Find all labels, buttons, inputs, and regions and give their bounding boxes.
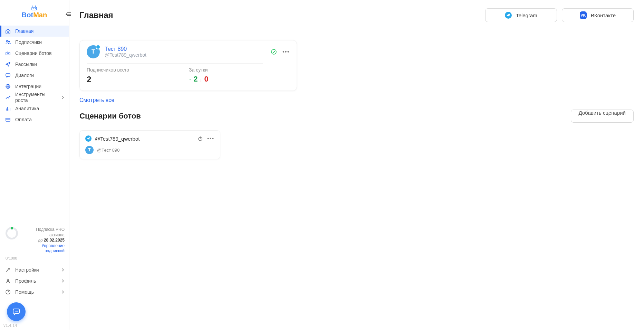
subscription-text: Подписка PRO активна до 28.02.2025 Управ… (21, 227, 65, 254)
status-ok-icon (271, 49, 277, 55)
nav-profile[interactable]: Профиль (0, 275, 69, 286)
scenarios-header-row: Сценарии ботов Добавить сценарий (79, 110, 634, 123)
manage-subscription-link[interactable]: Управление подпиской (21, 243, 65, 254)
chevron-right-icon (61, 268, 65, 272)
nav-label: Сценарии ботов (15, 50, 65, 56)
svg-point-11 (8, 41, 10, 42)
users-icon (5, 39, 11, 45)
more-menu-button[interactable]: ••• (207, 136, 214, 141)
telegram-icon (505, 12, 512, 19)
stat-total: Подписчиков всего 2 (87, 67, 189, 84)
delta-down: ↓ 0 (200, 75, 208, 84)
bot-handle: @Test789_qwerbot (105, 52, 266, 58)
version-label: v1.4.14 (0, 323, 69, 330)
nav-label: Главная (15, 28, 65, 34)
nav-label: Диалоги (15, 73, 65, 78)
wallet-icon (5, 116, 11, 123)
svg-rect-25 (6, 118, 10, 121)
nav-billing[interactable]: Оплата (0, 114, 69, 125)
svg-point-10 (7, 40, 8, 42)
svg-point-13 (7, 53, 8, 54)
power-button[interactable] (198, 136, 203, 141)
send-icon (5, 61, 11, 67)
growth-icon (5, 94, 11, 101)
nav-growth-tools[interactable]: Инструменты роста (0, 92, 69, 103)
nav-help[interactable]: Помощь (0, 286, 69, 298)
stat-value: 2 (87, 75, 189, 84)
bottom-nav: Настройки Профиль Помощь (0, 264, 69, 300)
svg-point-31 (15, 311, 16, 311)
scenario-header: @Test789_qwerbot ••• (85, 135, 214, 142)
bot-titles: Тест 890 @Test789_qwerbot (105, 46, 266, 58)
help-icon (5, 289, 11, 295)
bot-stats: Подписчиков всего 2 За сутки ↑ 2 ↓ 0 (87, 67, 290, 84)
svg-point-27 (7, 279, 9, 281)
nav-broadcasts[interactable]: Рассылки (0, 59, 69, 70)
nav-label: Аналитика (15, 106, 65, 112)
subscription-usage: 0/1000 (0, 256, 69, 264)
nav-label: Интеграции (15, 84, 65, 89)
scenario-bot-name: @Тест 890 (97, 148, 119, 153)
chevron-right-icon (61, 290, 65, 294)
bot-avatar: T (87, 45, 100, 58)
svg-point-1 (33, 8, 33, 9)
divider (87, 63, 263, 64)
see-all-link[interactable]: Смотреть все (79, 97, 114, 103)
bot-card-header: T Тест 890 @Test789_qwerbot ••• (87, 45, 290, 58)
scenarios-title: Сценарии ботов (79, 112, 141, 121)
support-chat-button[interactable] (7, 302, 26, 321)
robot-icon (31, 6, 37, 10)
subscription-block: Подписка PRO активна до 28.02.2025 Управ… (0, 224, 69, 256)
svg-point-5 (32, 6, 33, 6)
chevron-right-icon (61, 279, 65, 283)
nav-label: Помощь (15, 289, 57, 295)
telegram-badge-icon (96, 45, 100, 49)
globe-icon (5, 83, 11, 89)
connect-telegram-button[interactable]: Telegram (485, 8, 557, 22)
scenario-bot-row: T @Тест 890 (85, 146, 214, 154)
scenario-card[interactable]: @Test789_qwerbot ••• T @Тест 890 (79, 130, 220, 159)
stat-label: За сутки (189, 67, 209, 73)
add-scenario-button[interactable]: Добавить сценарий (571, 110, 634, 123)
bot-icon (5, 50, 11, 56)
nav-home[interactable]: Главная (0, 26, 69, 37)
main-nav: Главная Подписчики Сценарии ботов Рассыл… (0, 24, 69, 125)
subscription-left (6, 227, 18, 239)
chevron-right-icon (61, 96, 65, 99)
usage-ring-icon (6, 227, 18, 239)
user-icon (5, 278, 11, 284)
nav-dialogs[interactable]: Диалоги (0, 70, 69, 81)
chart-icon (5, 105, 11, 112)
nav-label: Профиль (15, 278, 57, 284)
page-title: Главная (79, 10, 113, 20)
connect-vk-button[interactable]: VK ВКонтакте (562, 8, 634, 22)
logo-row: BotMan (0, 0, 69, 24)
sidebar: BotMan Главная Подписчики Сценарии ботов… (0, 0, 69, 330)
subscription-status: Подписка PRO активна (21, 227, 65, 238)
nav-label: Подписчики (15, 39, 65, 45)
button-label: Telegram (516, 12, 537, 18)
nav-label: Оплата (15, 117, 65, 123)
sidebar-collapse-button[interactable] (64, 10, 73, 19)
nav-subscribers[interactable]: Подписчики (0, 37, 69, 48)
wrench-icon (5, 267, 11, 273)
scenario-actions: ••• (198, 136, 214, 141)
bot-card[interactable]: T Тест 890 @Test789_qwerbot ••• Подписчи… (79, 40, 297, 91)
nav-analytics[interactable]: Аналитика (0, 103, 69, 114)
nav-integrations[interactable]: Интеграции (0, 81, 69, 92)
header-buttons: Telegram VK ВКонтакте (485, 8, 634, 22)
button-label: ВКонтакте (591, 12, 616, 18)
svg-point-6 (35, 6, 36, 6)
svg-rect-0 (32, 7, 37, 10)
stat-delta: ↑ 2 ↓ 0 (189, 75, 209, 84)
svg-point-29 (8, 293, 8, 293)
header-row: Главная Telegram VK ВКонтакте (79, 8, 634, 22)
nav-scenarios[interactable]: Сценарии ботов (0, 48, 69, 59)
svg-point-14 (8, 53, 9, 54)
svg-point-2 (35, 8, 36, 9)
more-menu-button[interactable]: ••• (282, 49, 290, 55)
logo[interactable]: BotMan (22, 6, 47, 19)
nav-settings[interactable]: Настройки (0, 264, 69, 275)
svg-rect-17 (6, 74, 10, 76)
svg-point-32 (16, 311, 17, 311)
